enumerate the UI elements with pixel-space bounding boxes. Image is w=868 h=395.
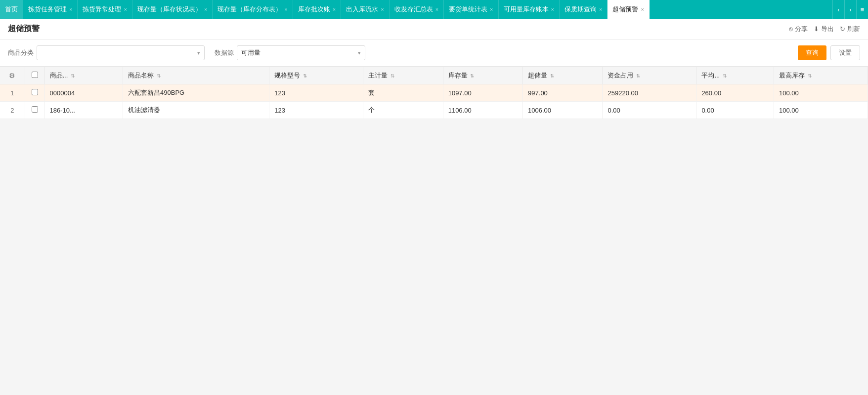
nav-item-available-ledger[interactable]: 可用量库存账本 × xyxy=(499,0,560,19)
datasource-filter: 数据源 可用量 ▾ xyxy=(215,45,365,60)
category-select[interactable]: ▾ xyxy=(37,45,205,60)
col-label-max-stock: 最高库存 xyxy=(779,72,805,79)
col-label-avg: 平均... xyxy=(701,72,720,79)
close-icon[interactable]: × xyxy=(284,6,287,12)
settings-button[interactable]: 设置 xyxy=(830,45,860,60)
row-checkbox[interactable] xyxy=(32,89,38,95)
col-header-spec[interactable]: 规格型号 ⇅ xyxy=(269,67,363,84)
cell-product-name: 机油滤清器 xyxy=(123,102,269,119)
chevron-down-icon: ▾ xyxy=(358,50,361,56)
cell-avg: 260.00 xyxy=(696,84,774,102)
close-icon[interactable]: × xyxy=(435,6,438,12)
col-header-unit[interactable]: 主计量 ⇅ xyxy=(363,67,443,84)
nav-item-overstock-warning[interactable]: 超储预警 × xyxy=(608,0,649,19)
datasource-label: 数据源 xyxy=(215,48,234,57)
cell-capital-occupied: 0.00 xyxy=(603,102,696,119)
cell-checkbox[interactable] xyxy=(25,84,44,102)
cell-spec: 123 xyxy=(269,102,363,119)
datasource-value: 可用量 xyxy=(241,48,260,57)
nav-next-button[interactable]: › xyxy=(844,0,856,19)
nav-item-task[interactable]: 拣货任务管理 × xyxy=(23,0,78,19)
col-header-avg[interactable]: 平均... ⇅ xyxy=(696,67,774,84)
col-header-settings[interactable]: ⚙ xyxy=(0,67,25,84)
cell-avg: 0.00 xyxy=(696,102,774,119)
page-header: 超储预警 ⎋ 分享 ⬇ 导出 ↻ 刷新 xyxy=(0,19,868,40)
cell-product-code: 0000004 xyxy=(44,84,123,102)
export-icon: ⬇ xyxy=(814,25,819,33)
share-icon: ⎋ xyxy=(789,25,793,33)
nav-item-shelf-life[interactable]: 保质期查询 × xyxy=(560,0,608,19)
close-icon[interactable]: × xyxy=(551,6,554,12)
cell-spec: 123 xyxy=(269,84,363,102)
table-row: 10000004六配套新昌490BPG123套1097.00997.002592… xyxy=(0,84,868,102)
cell-overstock-qty: 1006.00 xyxy=(523,102,603,119)
col-header-capital-occupied[interactable]: 资金占用 ⇅ xyxy=(603,67,696,84)
share-button[interactable]: ⎋ 分享 xyxy=(789,25,808,34)
close-icon[interactable]: × xyxy=(490,6,493,12)
query-button[interactable]: 查询 xyxy=(798,45,826,60)
table-wrapper: ⚙ 商品... ⇅ 商品名称 ⇅ 规格型号 ⇅ 主计量 xyxy=(0,67,868,119)
overstock-table: ⚙ 商品... ⇅ 商品名称 ⇅ 规格型号 ⇅ 主计量 xyxy=(0,67,868,119)
refresh-icon: ↻ xyxy=(840,25,845,33)
sort-icon: ⇅ xyxy=(71,73,75,79)
col-label-product-name: 商品名称 xyxy=(128,72,154,79)
top-nav-bar: 首页 拣货任务管理 × 拣货异常处理 × 现存量（库存状况表） × 现存量（库存… xyxy=(0,0,868,19)
table-body: 10000004六配套新昌490BPG123套1097.00997.002592… xyxy=(0,84,868,119)
nav-item-order-stats[interactable]: 要货单统计表 × xyxy=(444,0,498,19)
select-all-checkbox[interactable] xyxy=(32,72,38,78)
close-icon[interactable]: × xyxy=(641,6,644,12)
sort-icon: ⇅ xyxy=(550,73,554,79)
nav-item-summary[interactable]: 收发存汇总表 × xyxy=(390,0,444,19)
col-label-product-code: 商品... xyxy=(50,72,68,79)
cell-max-stock: 100.00 xyxy=(774,84,868,102)
filter-buttons: 查询 设置 xyxy=(798,45,860,60)
cell-stock-qty: 1106.00 xyxy=(443,102,522,119)
sort-icon: ⇅ xyxy=(157,73,161,79)
chevron-down-icon: ▾ xyxy=(197,50,200,56)
cell-overstock-qty: 997.00 xyxy=(523,84,603,102)
nav-item-stock-dist[interactable]: 现存量（库存分布表） × xyxy=(213,0,293,19)
close-icon[interactable]: × xyxy=(599,6,602,12)
cell-checkbox[interactable] xyxy=(25,102,44,119)
cell-capital-occupied: 259220.00 xyxy=(603,84,696,102)
cell-product-code: 186-10... xyxy=(44,102,123,119)
close-icon[interactable]: × xyxy=(381,6,384,12)
col-label-unit: 主计量 xyxy=(368,72,388,79)
nav-item-stock-status[interactable]: 现存量（库存状况表） × xyxy=(132,0,213,19)
col-header-stock-qty[interactable]: 库存量 ⇅ xyxy=(443,67,522,84)
cell-max-stock: 100.00 xyxy=(774,102,868,119)
gear-icon[interactable]: ⚙ xyxy=(9,72,15,79)
col-header-product-name[interactable]: 商品名称 ⇅ xyxy=(123,67,269,84)
nav-home[interactable]: 首页 xyxy=(0,0,23,19)
page-actions: ⎋ 分享 ⬇ 导出 ↻ 刷新 xyxy=(789,25,860,34)
table-row: 2186-10...机油滤清器123个1106.001006.000.000.0… xyxy=(0,102,868,119)
filter-bar: 商品分类 ▾ 数据源 可用量 ▾ 查询 设置 xyxy=(0,40,868,67)
cell-index: 1 xyxy=(0,84,25,102)
nav-item-exception[interactable]: 拣货异常处理 × xyxy=(78,0,132,19)
close-icon[interactable]: × xyxy=(69,6,72,12)
export-button[interactable]: ⬇ 导出 xyxy=(814,25,834,34)
col-header-product-code[interactable]: 商品... ⇅ xyxy=(44,67,123,84)
close-icon[interactable]: × xyxy=(124,6,127,12)
nav-more-button[interactable]: ≡ xyxy=(856,0,868,19)
nav-item-inout-flow[interactable]: 出入库流水 × xyxy=(341,0,389,19)
sort-icon: ⇅ xyxy=(391,73,394,79)
sort-icon: ⇅ xyxy=(808,73,812,79)
col-label-stock-qty: 库存量 xyxy=(448,72,468,79)
col-header-checkbox[interactable] xyxy=(25,67,44,84)
datasource-select[interactable]: 可用量 ▾ xyxy=(237,45,365,60)
cell-product-name: 六配套新昌490BPG xyxy=(123,84,269,102)
close-icon[interactable]: × xyxy=(204,6,207,12)
row-checkbox[interactable] xyxy=(32,106,38,113)
cell-unit: 套 xyxy=(363,84,443,102)
refresh-button[interactable]: ↻ 刷新 xyxy=(840,25,860,34)
col-header-max-stock[interactable]: 最高库存 ⇅ xyxy=(774,67,868,84)
sort-icon: ⇅ xyxy=(303,73,307,79)
col-label-spec: 规格型号 xyxy=(274,72,300,79)
home-label: 首页 xyxy=(5,5,18,14)
col-header-overstock-qty[interactable]: 超储量 ⇅ xyxy=(523,67,603,84)
nav-item-batch-account[interactable]: 库存批次账 × xyxy=(293,0,341,19)
nav-prev-button[interactable]: ‹ xyxy=(832,0,844,19)
close-icon[interactable]: × xyxy=(333,6,336,12)
cell-index: 2 xyxy=(0,102,25,119)
